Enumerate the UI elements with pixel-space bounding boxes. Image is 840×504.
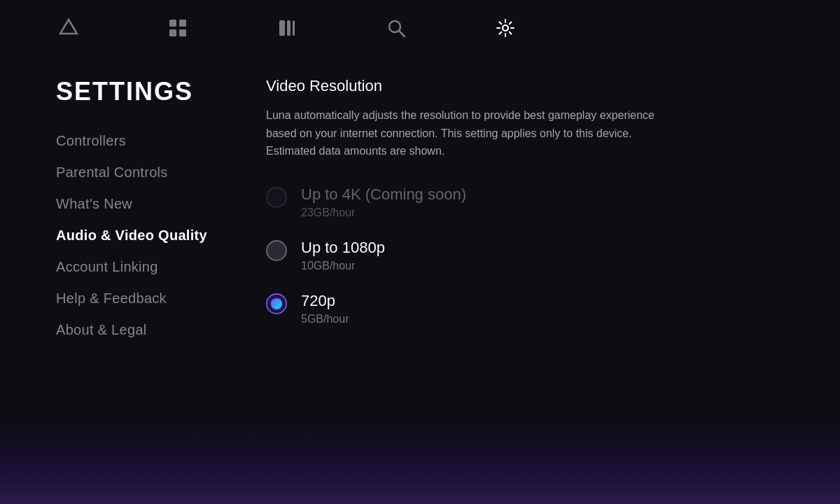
sidebar: SETTINGS Controllers Parental Controls W… [56,70,252,504]
sidebar-item-help-feedback[interactable]: Help & Feedback [56,285,252,312]
radio-button-4k[interactable] [266,187,287,208]
radio-label-1080p: Up to 1080p [301,239,385,257]
sidebar-item-account-linking[interactable]: Account Linking [56,253,252,281]
section-title: Video Resolution [266,77,784,95]
search-icon[interactable] [384,15,409,41]
main-content: SETTINGS Controllers Parental Controls W… [0,56,840,504]
settings-icon[interactable] [493,15,518,41]
radio-button-1080p[interactable] [266,240,287,261]
svg-rect-3 [169,29,176,36]
radio-sublabel-720p: 5GB/hour [301,313,349,326]
svg-marker-0 [60,20,77,34]
radio-sublabel-1080p: 10GB/hour [301,260,385,272]
radio-text-720p: 720p 5GB/hour [301,292,349,326]
svg-line-9 [399,31,405,36]
svg-point-10 [503,25,508,31]
radio-button-720p[interactable] [266,293,287,314]
radio-sublabel-4k: 23GB/hour [301,206,466,219]
radio-text-4k: Up to 4K (Coming soon) 23GB/hour [301,186,466,219]
sidebar-item-whats-new[interactable]: What's New [56,190,252,218]
sidebar-item-audio-video-quality[interactable]: Audio & Video Quality [56,222,252,249]
resolution-option-4k[interactable]: Up to 4K (Coming soon) 23GB/hour [266,186,784,219]
resolution-options: Up to 4K (Coming soon) 23GB/hour Up to 1… [266,186,784,326]
svg-rect-5 [279,20,285,36]
logo-icon[interactable] [56,15,81,41]
svg-rect-1 [169,20,176,27]
section-description: Luna automatically adjusts the resolutio… [266,106,672,160]
radio-text-1080p: Up to 1080p 10GB/hour [301,239,385,272]
svg-rect-4 [179,29,186,36]
sidebar-item-parental-controls[interactable]: Parental Controls [56,159,252,186]
sidebar-item-about-legal[interactable]: About & Legal [56,316,252,344]
svg-rect-2 [179,20,186,27]
grid-icon[interactable] [165,15,190,41]
sidebar-nav: Controllers Parental Controls What's New… [56,127,252,344]
content-area: Video Resolution Luna automatically adju… [252,70,784,504]
radio-label-720p: 720p [301,292,349,310]
radio-label-4k: Up to 4K (Coming soon) [301,186,466,204]
resolution-option-1080p[interactable]: Up to 1080p 10GB/hour [266,239,784,272]
svg-rect-6 [287,20,290,36]
library-icon[interactable] [274,15,300,41]
top-nav [0,0,840,56]
svg-rect-7 [293,20,295,36]
sidebar-item-controllers[interactable]: Controllers [56,127,252,155]
resolution-option-720p[interactable]: 720p 5GB/hour [266,292,784,326]
sidebar-title: SETTINGS [56,77,252,106]
